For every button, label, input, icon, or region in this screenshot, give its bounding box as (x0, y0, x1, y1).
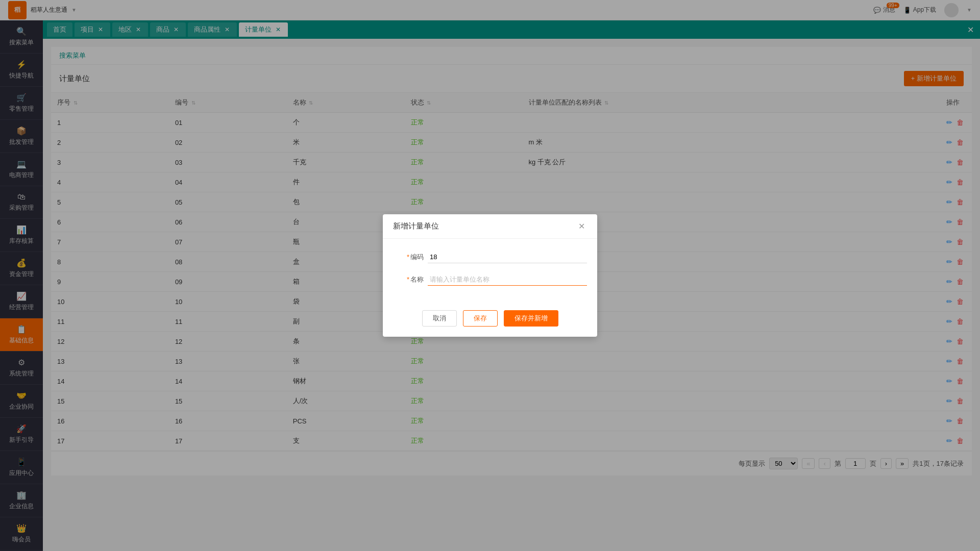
name-label: *名称 (393, 275, 424, 284)
modal-footer: 取消 保存 保存并新增 (383, 304, 597, 337)
save-and-new-button[interactable]: 保存并新增 (504, 310, 558, 327)
save-button[interactable]: 保存 (463, 310, 498, 327)
add-unit-modal: 新增计量单位 ✕ *编码 *名称 取消 保存 保存并新增 (383, 214, 597, 337)
code-required-mark: * (407, 253, 409, 261)
name-input[interactable] (428, 273, 587, 286)
name-form-row: *名称 (393, 273, 587, 286)
code-label: *编码 (393, 253, 424, 262)
modal-overlay[interactable]: 新增计量单位 ✕ *编码 *名称 取消 保存 保存并新增 (0, 0, 980, 551)
modal-body: *编码 *名称 (383, 239, 597, 304)
modal-close-btn[interactable]: ✕ (576, 221, 587, 231)
name-required-mark: * (407, 276, 409, 283)
modal-title: 新增计量单位 (393, 221, 439, 231)
code-input[interactable] (428, 251, 587, 263)
cancel-button[interactable]: 取消 (422, 310, 457, 327)
modal-header: 新增计量单位 ✕ (383, 214, 597, 239)
code-form-row: *编码 (393, 251, 587, 263)
